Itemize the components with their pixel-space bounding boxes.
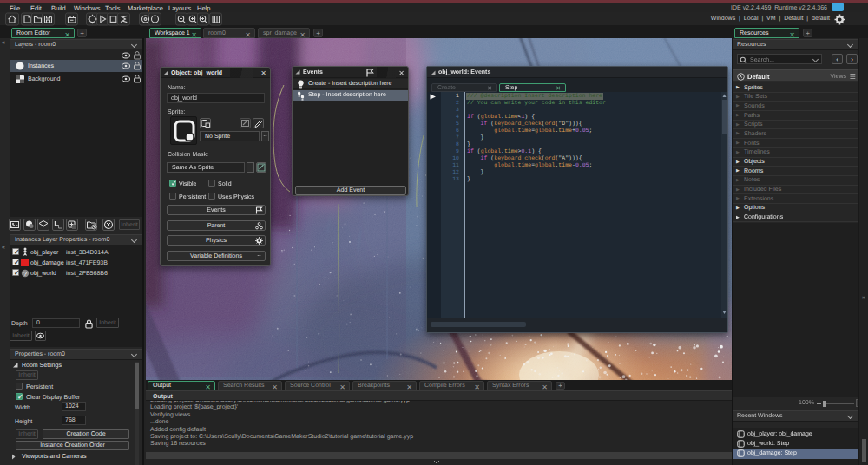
svg-text:?: ? xyxy=(23,272,27,278)
